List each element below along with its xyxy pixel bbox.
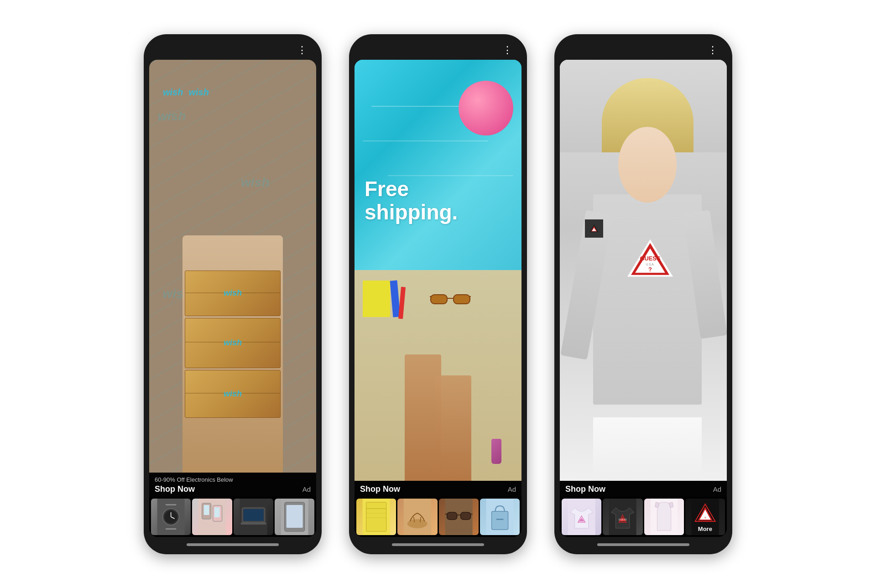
floor-area (355, 270, 521, 481)
wish-box-3: wish (185, 370, 281, 418)
small-logo-svg: ? (589, 223, 600, 234)
svg-text:?: ? (704, 516, 706, 519)
pen-red (398, 287, 406, 319)
svg-rect-18 (286, 505, 302, 528)
water-line-3 (388, 175, 513, 176)
freeship-thumb-3[interactable] (480, 499, 520, 535)
svg-rect-9 (204, 505, 209, 515)
guess-bottom-row: Shop Now Ad (565, 484, 721, 494)
guess-ad-label: Ad (713, 485, 721, 493)
phone-screen-guess: GUESS U.S.A. ? (560, 60, 727, 537)
wish-thumb-2[interactable] (234, 499, 273, 535)
wish-boxes-scene: wish wish wish (149, 87, 316, 473)
phone-top-bar-guess: ⋮ (560, 42, 727, 60)
freeship-thumb-1[interactable] (397, 499, 437, 535)
pants (593, 417, 702, 480)
phone-home-bar-freeship (392, 543, 484, 546)
guess-logo-area: GUESS U.S.A. ? (610, 236, 691, 280)
svg-text:?: ? (648, 266, 652, 273)
svg-rect-14 (243, 509, 263, 521)
menu-dots-freeship[interactable]: ⋮ (502, 44, 513, 56)
freeship-ad-label: Ad (508, 485, 516, 493)
wish-shop-now[interactable]: Shop Now (155, 484, 195, 494)
freeship-shop-now[interactable]: Shop Now (360, 484, 400, 494)
freeship-bottom-row: Shop Now Ad (360, 484, 516, 494)
leg-2 (435, 375, 471, 481)
face (618, 127, 677, 203)
phones-container: ⋮ wish wish wish wish wish (144, 34, 732, 554)
wish-boxes-group: wish wish wish (185, 271, 281, 418)
svg-rect-34 (447, 512, 457, 520)
wish-thumbnails (149, 497, 316, 537)
freeship-text: Freeshipping. (365, 177, 458, 224)
menu-dots-wish[interactable]: ⋮ (297, 44, 308, 56)
bottle (491, 439, 501, 464)
svg-rect-41 (496, 519, 503, 520)
svg-rect-15 (240, 522, 266, 525)
guess-thumb-more[interactable]: ? More (685, 499, 725, 535)
guess-model: GUESS U.S.A. ? (560, 60, 727, 481)
freeship-thumb-2[interactable] (439, 499, 479, 535)
wish-box-label-1: wish (224, 288, 242, 298)
freeship-thumb-0[interactable] (356, 499, 396, 535)
svg-rect-1 (166, 504, 177, 505)
more-label: More (685, 526, 725, 532)
svg-rect-20 (454, 295, 470, 304)
svg-rect-2 (166, 528, 177, 530)
wish-ad-main: wish wish wish wish wish wish (149, 60, 316, 473)
wish-thumb-3[interactable] (275, 499, 314, 535)
notebook-yellow (363, 281, 390, 317)
guess-thumb-0[interactable] (562, 499, 601, 535)
guess-thumbnails: GUESS (560, 497, 727, 537)
svg-text:GUESS: GUESS (619, 518, 627, 521)
wish-box-1: wish (185, 271, 281, 316)
sunglasses (430, 291, 471, 306)
guess-triangle-svg: GUESS U.S.A. ? (625, 236, 675, 280)
guess-ad-bottom: Shop Now Ad (560, 481, 727, 497)
svg-rect-40 (491, 511, 508, 530)
svg-rect-29 (404, 499, 431, 535)
svg-rect-25 (366, 502, 386, 531)
phone-wish: ⋮ wish wish wish wish wish (144, 34, 322, 554)
svg-rect-35 (460, 512, 470, 520)
wish-subtitle: 60-90% Off Electronics Below (155, 476, 311, 483)
guess-thumb-2[interactable] (644, 499, 684, 535)
phone-freeship: ⋮ Freeshipping. (349, 34, 527, 554)
freeship-ad-bottom: Shop Now Ad (355, 481, 521, 497)
guess-bg: GUESS U.S.A. ? (560, 60, 727, 481)
freeship-thumbnails (355, 497, 521, 537)
phone-home-bar-guess (597, 543, 689, 546)
guess-shop-now[interactable]: Shop Now (565, 484, 605, 494)
pool-ball (459, 81, 513, 135)
phone-top-bar-wish: ⋮ (149, 42, 316, 60)
svg-rect-19 (431, 295, 447, 304)
wish-ad-bottom: 60-90% Off Electronics Below Shop Now Ad (149, 473, 316, 497)
guess-thumb-1[interactable]: GUESS (603, 499, 642, 535)
wish-thumb-0[interactable] (151, 499, 191, 535)
phone-screen-freeship: Freeshipping. (355, 60, 521, 537)
small-logo-box: ? (585, 219, 603, 238)
wish-ad-label: Ad (302, 485, 311, 493)
wish-box-label-3: wish (224, 389, 242, 399)
svg-text:GUESS: GUESS (640, 255, 661, 262)
water-line-2 (363, 140, 488, 141)
freeship-ad-main: Freeshipping. (355, 60, 521, 481)
phone-guess: ⋮ (554, 34, 732, 554)
phone-screen-wish: wish wish wish wish wish wish (149, 60, 316, 537)
wish-box-2: wish (185, 318, 281, 368)
wish-bottom-row: Shop Now Ad (155, 484, 311, 494)
guess-ad-main: GUESS U.S.A. ? (560, 60, 727, 481)
freeship-bg: Freeshipping. (355, 60, 521, 481)
menu-dots-guess[interactable]: ⋮ (708, 44, 719, 56)
svg-rect-11 (214, 507, 220, 517)
phone-home-bar-wish (187, 543, 278, 546)
phone-top-bar-freeship: ⋮ (355, 42, 521, 60)
wish-thumb-1[interactable] (192, 499, 232, 535)
wish-box-label-2: wish (224, 338, 242, 348)
